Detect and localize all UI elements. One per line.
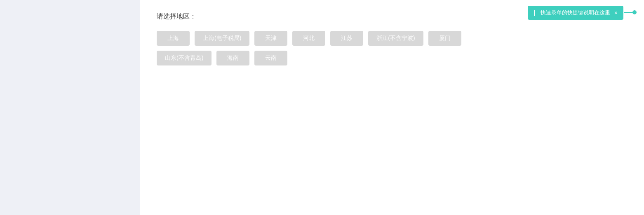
tooltip-banner: 快速录单的快捷键说明在这里 × [528, 6, 623, 20]
region-button[interactable]: 云南 [254, 51, 287, 65]
region-button[interactable]: 浙江(不含宁波) [368, 31, 423, 46]
region-buttons-row-1: 上海上海(电子税局)天津河北江苏浙江(不含宁波)厦门 [157, 31, 628, 46]
tooltip-dot [632, 10, 637, 14]
region-button[interactable]: 上海 [157, 31, 190, 46]
region-button[interactable]: 海南 [216, 51, 249, 65]
region-button[interactable]: 河北 [292, 31, 325, 46]
left-sidebar [0, 0, 140, 215]
tooltip-line [624, 12, 633, 13]
region-button[interactable]: 厦门 [428, 31, 461, 46]
main-content: 请选择地区： 上海上海(电子税局)天津河北江苏浙江(不含宁波)厦门 山东(不含青… [140, 0, 644, 215]
tooltip-close-button[interactable]: × [614, 10, 618, 16]
region-button[interactable]: 山东(不含青岛) [157, 51, 212, 65]
region-button[interactable]: 上海(电子税局) [195, 31, 249, 46]
region-button[interactable]: 江苏 [330, 31, 363, 46]
region-button[interactable]: 天津 [254, 31, 287, 46]
tooltip-text: 快速录单的快捷键说明在这里 [541, 9, 610, 16]
region-buttons-row-2: 山东(不含青岛)海南云南 [157, 51, 628, 65]
